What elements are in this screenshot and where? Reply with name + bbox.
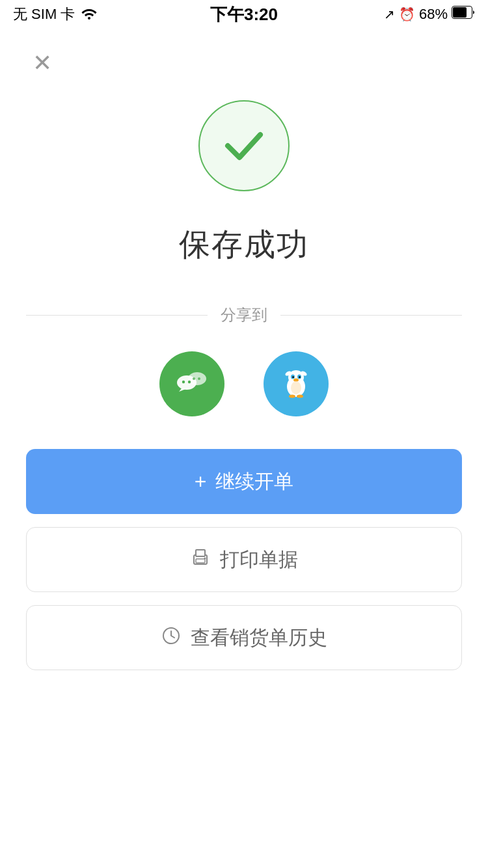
- svg-point-15: [291, 381, 301, 394]
- continue-label: 继续开单: [215, 468, 293, 495]
- printer-icon: [190, 547, 211, 573]
- svg-rect-21: [196, 550, 205, 556]
- close-button[interactable]: ✕: [26, 47, 59, 79]
- wechat-icon: [172, 364, 211, 403]
- status-bar: 无 SIM 卡 下午3:20 ↗ ⏰ 68%: [0, 0, 488, 29]
- wechat-share-button[interactable]: [159, 351, 224, 416]
- svg-point-6: [193, 377, 195, 380]
- share-label: 分享到: [221, 305, 267, 325]
- svg-point-16: [289, 395, 295, 398]
- share-section: 分享到: [26, 305, 462, 416]
- history-label: 查看销货单历史: [191, 625, 327, 651]
- divider-left: [26, 315, 208, 316]
- success-area: 保存成功: [26, 29, 462, 265]
- share-icons: [26, 351, 462, 416]
- svg-point-14: [293, 379, 299, 382]
- location-icon: ↗: [384, 7, 395, 22]
- alarm-icon: ⏰: [399, 7, 415, 22]
- print-button[interactable]: 打印单据: [26, 527, 462, 592]
- clock-icon: [161, 625, 182, 651]
- checkmark-icon: [221, 123, 267, 169]
- action-buttons: + 继续开单 打印单据 查看销货单历史: [26, 449, 462, 670]
- divider-right: [280, 315, 462, 316]
- svg-point-7: [198, 377, 200, 380]
- no-sim-text: 无 SIM 卡: [13, 5, 75, 24]
- svg-point-12: [292, 376, 294, 378]
- wifi-icon: [80, 5, 98, 23]
- qq-share-button[interactable]: [264, 351, 329, 416]
- svg-point-23: [204, 557, 206, 559]
- success-title: 保存成功: [179, 224, 309, 265]
- close-icon: ✕: [33, 51, 52, 75]
- share-divider: 分享到: [26, 305, 462, 325]
- svg-point-3: [188, 372, 206, 385]
- plus-icon: +: [195, 470, 207, 494]
- battery-percent: 68%: [419, 6, 448, 23]
- continue-button[interactable]: + 继续开单: [26, 449, 462, 514]
- svg-point-13: [299, 376, 301, 378]
- svg-point-17: [297, 395, 303, 398]
- svg-rect-1: [453, 7, 467, 18]
- battery-icon: [452, 6, 475, 23]
- qq-icon: [277, 364, 316, 403]
- status-time: 下午3:20: [210, 3, 278, 26]
- svg-point-4: [182, 381, 185, 383]
- svg-rect-22: [196, 559, 205, 563]
- success-circle: [198, 100, 290, 191]
- history-button[interactable]: 查看销货单历史: [26, 605, 462, 670]
- status-right: ↗ ⏰ 68%: [384, 6, 475, 23]
- svg-point-5: [188, 381, 191, 383]
- print-label: 打印单据: [220, 547, 298, 573]
- status-left: 无 SIM 卡: [13, 5, 98, 24]
- main-content: ✕ 保存成功 分享到: [0, 29, 488, 868]
